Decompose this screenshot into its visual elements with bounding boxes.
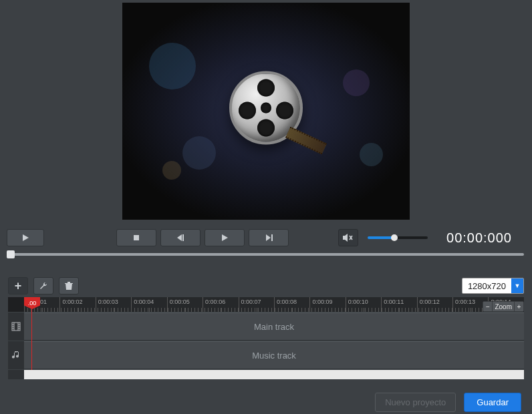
zoom-control: − Zoom +: [483, 301, 524, 312]
timeline-ruler[interactable]: 0:00:010:00:020:00:030:00:040:00:050:00:…: [24, 297, 524, 312]
preview-decoration: [162, 161, 181, 180]
preview-decoration: [149, 43, 196, 89]
timeline-ruler-row: 0:00:010:00:020:00:030:00:040:00:050:00:…: [8, 297, 524, 312]
save-button[interactable]: Guardar: [464, 393, 521, 412]
ruler-minor-ticks: [24, 308, 524, 312]
svg-marker-0: [23, 234, 29, 241]
scrub-slider[interactable]: [8, 253, 524, 256]
film-reel-icon: [229, 71, 303, 144]
svg-rect-1: [134, 235, 139, 240]
zoom-out-button[interactable]: −: [483, 302, 493, 311]
playback-controls: 00:00:000: [0, 229, 532, 246]
zoom-label: Zoom: [493, 302, 514, 311]
add-media-button[interactable]: +: [8, 277, 28, 294]
music-track-label: Music track: [24, 341, 524, 369]
svg-rect-3: [182, 234, 184, 241]
volume-handle[interactable]: [391, 234, 398, 241]
timeline-scrollbar[interactable]: [24, 370, 524, 379]
resolution-value: 1280x720: [462, 281, 511, 291]
scrub-handle[interactable]: [7, 250, 15, 258]
preview-decoration: [343, 69, 370, 96]
svg-rect-6: [271, 234, 273, 241]
preview-area: [0, 0, 532, 220]
timeline: 0:00:010:00:020:00:030:00:040:00:050:00:…: [8, 297, 524, 379]
volume-slider[interactable]: [368, 236, 428, 239]
ruler-header-spacer: [8, 297, 24, 312]
stop-button[interactable]: [116, 229, 156, 246]
trash-icon: [65, 281, 73, 290]
play-button[interactable]: [7, 229, 44, 246]
chevron-down-icon: ▼: [511, 278, 523, 293]
timeline-scrollbar-row: [8, 370, 524, 379]
step-forward-button[interactable]: [249, 229, 289, 246]
delete-button[interactable]: [59, 277, 79, 294]
mute-button[interactable]: [338, 229, 358, 246]
music-track-row[interactable]: Music track: [8, 341, 524, 369]
step-back-button[interactable]: [160, 229, 201, 246]
main-track-label: Main track: [24, 313, 524, 341]
svg-marker-2: [177, 234, 182, 241]
wrench-icon: [39, 281, 48, 290]
main-track-row[interactable]: Main track: [8, 313, 524, 341]
play-button-2[interactable]: [205, 229, 245, 246]
svg-marker-7: [343, 234, 348, 242]
film-icon: [8, 313, 24, 341]
zoom-in-button[interactable]: +: [514, 302, 523, 311]
footer-buttons: Nuevo proyecto Guardar: [0, 393, 532, 412]
settings-button[interactable]: [33, 277, 53, 294]
preview-decoration: [360, 143, 383, 166]
music-icon: [8, 341, 24, 369]
resolution-select[interactable]: 1280x720 ▼: [462, 278, 524, 294]
new-project-button[interactable]: Nuevo proyecto: [375, 393, 456, 412]
svg-marker-4: [222, 234, 228, 241]
timecode-display: 00:00:000: [446, 230, 512, 246]
svg-marker-5: [266, 234, 271, 241]
video-preview[interactable]: [122, 3, 410, 220]
preview-decoration: [182, 136, 216, 170]
timeline-toolbar: + 1280x720 ▼: [0, 277, 532, 294]
